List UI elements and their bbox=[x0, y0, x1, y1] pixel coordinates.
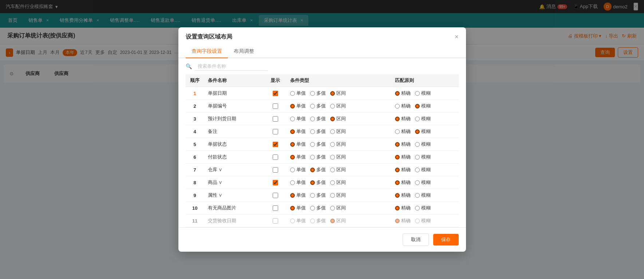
dialog-header: 设置查询区域布局 × bbox=[178, 27, 466, 41]
dialog-tabs: 查询字段设置 布局调整 bbox=[178, 41, 466, 58]
table-header: 顺序 条件名称 显示 条件类型 匹配原则 bbox=[186, 74, 459, 87]
dialog-tab-layout[interactable]: 布局调整 bbox=[228, 45, 260, 58]
dialog-search-area: 🔍 bbox=[178, 58, 466, 74]
col-display: 显示 bbox=[264, 74, 287, 87]
dialog-title: 设置查询区域布局 bbox=[186, 33, 232, 41]
col-order: 顺序 bbox=[186, 74, 204, 87]
search-icon: 🔍 bbox=[186, 63, 192, 69]
dialog-close-button[interactable]: × bbox=[455, 33, 459, 41]
search-input[interactable] bbox=[195, 62, 268, 71]
settings-table-container: 顺序 条件名称 显示 条件类型 匹配原则 1 单据日期 bbox=[178, 74, 466, 87]
dialog-tab-query-fields[interactable]: 查询字段设置 bbox=[186, 45, 228, 58]
col-match-rule: 匹配原则 bbox=[391, 74, 459, 87]
col-cond-name: 条件名称 bbox=[204, 74, 264, 87]
settings-table: 顺序 条件名称 显示 条件类型 匹配原则 1 单据日期 bbox=[186, 74, 459, 87]
col-cond-type: 条件类型 bbox=[287, 74, 391, 87]
settings-dialog: 设置查询区域布局 × 查询字段设置 布局调整 🔍 顺序 条件名称 显示 条件类型 bbox=[178, 27, 466, 87]
modal-overlay: 设置查询区域布局 × 查询字段设置 布局调整 🔍 顺序 条件名称 显示 条件类型 bbox=[0, 0, 644, 87]
